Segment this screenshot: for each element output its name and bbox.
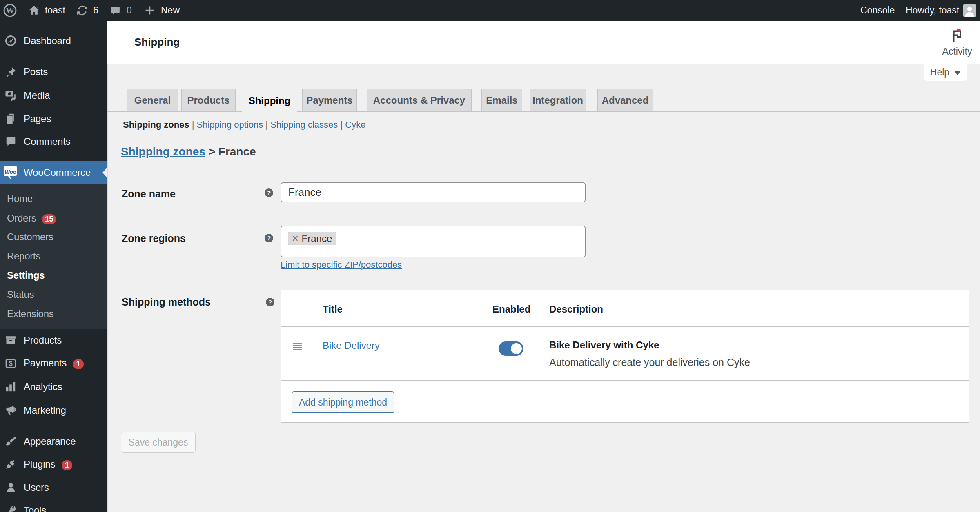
svg-text:Woo: Woo [4,168,16,175]
svg-text:W: W [6,6,14,16]
svg-text:$: $ [9,359,13,367]
